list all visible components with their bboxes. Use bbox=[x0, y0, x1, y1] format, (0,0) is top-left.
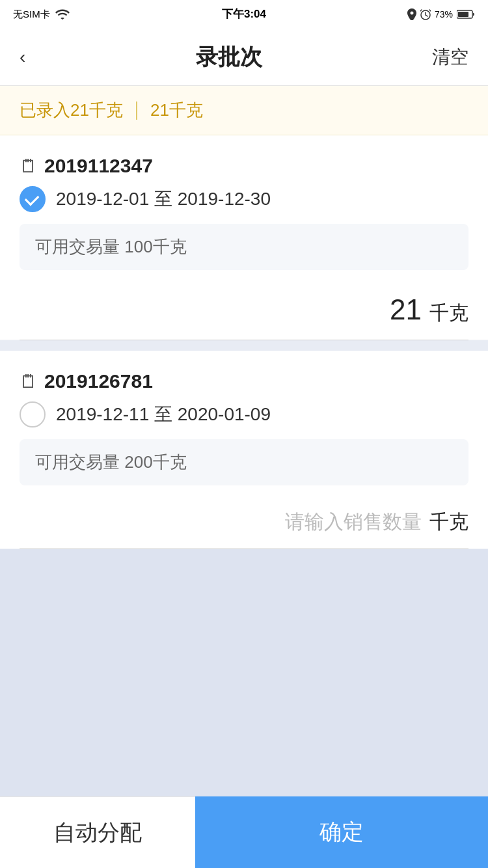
batch-id-row-1: 🗒 2019112347 bbox=[20, 155, 468, 177]
recorded-value: 21千克 bbox=[150, 99, 203, 122]
status-time: 下午3:04 bbox=[222, 7, 266, 21]
page-title: 录批次 bbox=[196, 42, 262, 72]
batch-doc-icon-2: 🗒 bbox=[20, 371, 38, 392]
batch-date-text-2: 2019-12-11 至 2020-01-09 bbox=[56, 402, 271, 427]
batch-doc-icon-1: 🗒 bbox=[20, 156, 38, 177]
radio-button-2[interactable] bbox=[20, 401, 46, 427]
amount-number-1: 21 bbox=[390, 293, 422, 326]
batch-card-2: 🗒 2019126781 2019-12-11 至 2020-01-09 可用交… bbox=[0, 351, 488, 498]
wifi-icon bbox=[55, 9, 70, 20]
available-text-2: 可用交易量 200千克 bbox=[35, 452, 187, 472]
bottom-bar: 自动分配 确定 bbox=[0, 796, 488, 868]
svg-rect-2 bbox=[458, 12, 468, 17]
batch-card-1: 🗒 2019112347 2019-12-01 至 2019-12-30 可用交… bbox=[0, 135, 488, 283]
status-bar: 无SIM卡 下午3:04 73% bbox=[0, 0, 488, 29]
radio-button-1[interactable] bbox=[20, 186, 46, 212]
amount-row-1: 21 千克 bbox=[0, 283, 488, 340]
batch-date-row-1[interactable]: 2019-12-01 至 2019-12-30 bbox=[20, 186, 468, 212]
input-row-2[interactable]: 请输入销售数量 千克 bbox=[0, 498, 488, 549]
status-right: 73% bbox=[407, 8, 475, 20]
banner-divider bbox=[136, 102, 137, 120]
location-icon bbox=[407, 8, 416, 20]
input-unit-2: 千克 bbox=[429, 509, 468, 536]
available-row-1: 可用交易量 100千克 bbox=[20, 224, 468, 270]
batch-id-row-2: 🗒 2019126781 bbox=[20, 370, 468, 392]
battery-icon bbox=[457, 10, 475, 19]
batch-id-text-2: 2019126781 bbox=[44, 370, 153, 392]
gray-area bbox=[0, 549, 488, 822]
batch-date-text-1: 2019-12-01 至 2019-12-30 bbox=[56, 187, 271, 211]
confirm-button[interactable]: 确定 bbox=[195, 796, 488, 868]
back-button[interactable]: ‹ bbox=[20, 47, 25, 68]
section-divider bbox=[0, 340, 488, 351]
info-banner: 已录入21千克 21千克 bbox=[0, 86, 488, 135]
clear-button[interactable]: 清空 bbox=[432, 45, 468, 70]
recorded-label: 已录入21千克 bbox=[20, 99, 123, 122]
battery-text: 73% bbox=[435, 9, 453, 20]
input-placeholder-2: 请输入销售数量 bbox=[285, 509, 422, 536]
available-text-1: 可用交易量 100千克 bbox=[35, 237, 187, 256]
auto-distribute-button[interactable]: 自动分配 bbox=[0, 796, 195, 868]
available-row-2: 可用交易量 200千克 bbox=[20, 439, 468, 485]
alarm-icon bbox=[420, 8, 431, 20]
status-left: 无SIM卡 bbox=[13, 8, 70, 21]
batch-id-text-1: 2019112347 bbox=[44, 155, 153, 177]
carrier-text: 无SIM卡 bbox=[13, 8, 50, 21]
nav-bar: ‹ 录批次 清空 bbox=[0, 29, 488, 86]
amount-unit-1: 千克 bbox=[429, 300, 468, 327]
batch-date-row-2[interactable]: 2019-12-11 至 2020-01-09 bbox=[20, 401, 468, 427]
